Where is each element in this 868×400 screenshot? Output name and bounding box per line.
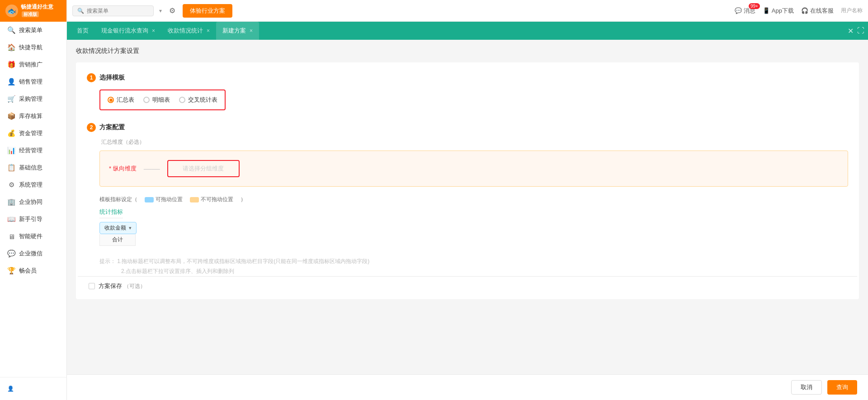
section1-header: 1 选择模板: [87, 73, 848, 82]
metrics-header: 模板指标设定（ 可拖动位置 不可拖动位置 ）: [99, 196, 848, 203]
metrics-close: ）: [241, 196, 246, 203]
section1-num: 1: [87, 73, 96, 82]
settings-card: 1 选择模板 汇总表 明细表 交叉统计表: [76, 62, 859, 299]
metrics-section: 模板指标设定（ 可拖动位置 不可拖动位置 ）: [99, 196, 848, 203]
topbar: 🔍 ▾ ⚙ 体验行业方案 💬 消息 99+ 📱 App下载 🎧 在线客服 用户名…: [67, 0, 868, 22]
topbar-right: 💬 消息 99+ 📱 App下载 🎧 在线客服 用户名称: [735, 7, 863, 15]
drag-indicator: [145, 197, 154, 202]
no-draggable-label: 不可拖动位置: [201, 196, 233, 203]
cancel-button[interactable]: 取消: [791, 380, 822, 395]
basic-icon: 📋: [7, 164, 15, 172]
maximize-window-icon[interactable]: ⛶: [857, 27, 864, 35]
trial-button[interactable]: 体验行业方案: [183, 4, 232, 18]
dimension-area: * 纵向维度 —— 请选择分组维度: [99, 151, 848, 187]
tab-collection-close[interactable]: ×: [207, 28, 210, 34]
tab-cashflow[interactable]: 现金银行流水查询 ×: [95, 22, 161, 40]
radio-cross[interactable]: 交叉统计表: [179, 96, 217, 104]
save-label: 方案保存 （可选）: [99, 282, 146, 290]
sidebar-item-label: 智能硬件: [19, 232, 42, 240]
sidebar-item-guide[interactable]: 📖 新手引导: [0, 211, 66, 228]
stats-section: 统计指标 收款金额 ▾ 合计: [99, 208, 848, 246]
no-draggable-badge: 不可拖动位置: [190, 196, 233, 203]
section2-header: 2 方案配置: [87, 123, 848, 132]
sidebar-item-enterprise[interactable]: 🏢 企业协同: [0, 193, 66, 211]
sidebar-item-basic[interactable]: 📋 基础信息: [0, 159, 66, 176]
member-icon: 🏆: [7, 267, 15, 275]
logo-label: 畅捷通好生意: [21, 4, 53, 10]
sidebar-item-inventory[interactable]: 📦 库存核算: [0, 108, 66, 125]
sidebar-item-wechat[interactable]: 💬 企业微信: [0, 245, 66, 262]
query-button[interactable]: 查询: [827, 380, 857, 395]
sidebar-item-label: 基础信息: [19, 164, 42, 172]
sidebar-item-sales[interactable]: 👤 销售管理: [0, 73, 66, 90]
sidebar-bottom-item1[interactable]: 👤: [0, 382, 66, 395]
stats-tag-collection[interactable]: 收款金额 ▾: [99, 222, 137, 234]
tab-newplan-close[interactable]: ×: [250, 28, 253, 34]
vertical-dim-label: * 纵向维度: [109, 165, 137, 173]
stats-tag-chevron-icon: ▾: [129, 225, 132, 231]
messages-btn[interactable]: 💬 消息 99+: [735, 7, 755, 15]
radio-cross-circle: [179, 97, 185, 103]
save-checkbox[interactable]: [89, 283, 95, 289]
sidebar-item-quicknav[interactable]: 🏠 快捷导航: [0, 39, 66, 56]
no-drag-indicator: [190, 197, 199, 202]
section2: 2 方案配置 汇总维度（必选） * 纵向维度 —— 请选择分组维度: [87, 123, 848, 276]
sidebar-item-search[interactable]: 🔍 搜索菜单: [0, 22, 66, 39]
tab-cashflow-close[interactable]: ×: [152, 28, 155, 34]
gear-icon[interactable]: ⚙: [169, 6, 175, 15]
finance-icon: 💰: [7, 129, 15, 137]
sidebar-item-label: 销售管理: [19, 78, 42, 86]
tips-section: 提示： 1.拖动标题栏可以调整布局，不可跨维度或指标区域拖动栏目字段(只能在同一…: [99, 257, 848, 276]
messages-badge: 99+: [749, 3, 760, 9]
sidebar-bottom: 👤: [0, 377, 66, 400]
service-label: 在线客服: [810, 7, 834, 15]
tabs-bar: 首页 现金银行流水查询 × 收款情况统计 × 新建方案 × ✕ ⛶: [67, 22, 868, 40]
bottom-icon1: 👤: [7, 386, 14, 392]
sidebar-item-finance[interactable]: 💰 资金管理: [0, 125, 66, 142]
quicknav-icon: 🏠: [7, 43, 15, 52]
sidebar-item-marketing[interactable]: 🎁 营销推广: [0, 56, 66, 73]
search-chevron-icon[interactable]: ▾: [159, 8, 162, 14]
download-icon: 📱: [763, 7, 770, 14]
service-btn[interactable]: 🎧 在线客服: [801, 7, 834, 15]
sidebar-item-label: 企业微信: [19, 249, 42, 258]
hardware-icon: 🖥: [7, 233, 15, 240]
search-input[interactable]: [87, 8, 141, 14]
section1-title: 选择模板: [99, 74, 125, 82]
dimension-row: * 纵向维度 —— 请选择分组维度: [109, 160, 240, 177]
sidebar-item-label: 企业协同: [19, 198, 42, 206]
dim-placeholder-text: 请选择分组维度: [183, 165, 224, 172]
sidebar-item-label: 营销推广: [19, 61, 42, 69]
bottom-save-section: 方案保存 （可选）: [78, 276, 857, 296]
user-btn[interactable]: 用户名称: [841, 7, 863, 14]
wechat-icon: 💬: [7, 249, 15, 258]
metrics-setting-label: 模板指标设定（: [99, 196, 137, 203]
message-icon: 💬: [735, 7, 742, 14]
tab-collection-label: 收款情况统计: [168, 27, 203, 35]
stats-total-label: 合计: [99, 234, 136, 246]
dim-placeholder-select[interactable]: 请选择分组维度: [167, 160, 240, 177]
sidebar-item-member[interactable]: 🏆 畅会员: [0, 262, 66, 279]
enterprise-icon: 🏢: [7, 198, 15, 206]
template-selection: 汇总表 明细表 交叉统计表: [99, 89, 226, 110]
sidebar-item-system[interactable]: ⚙ 系统管理: [0, 176, 66, 193]
sidebar-item-hardware[interactable]: 🖥 智能硬件: [0, 228, 66, 245]
stats-section-label: 统计指标: [99, 208, 123, 218]
sidebar-item-label: 系统管理: [19, 181, 42, 189]
service-icon: 🎧: [801, 7, 808, 14]
sidebar-item-management[interactable]: 📊 经营管理: [0, 142, 66, 159]
tab-collection[interactable]: 收款情况统计 ×: [161, 22, 216, 40]
tip1: 提示： 1.拖动标题栏可以调整布局，不可跨维度或指标区域拖动栏目字段(只能在同一…: [99, 257, 848, 267]
edition-badge: 标准版: [22, 11, 39, 17]
tab-home[interactable]: 首页: [71, 22, 95, 40]
radio-summary-circle: [108, 97, 114, 103]
radio-summary[interactable]: 汇总表: [108, 96, 134, 104]
logo-icon: 🐟: [5, 5, 18, 17]
radio-detail[interactable]: 明细表: [143, 96, 170, 104]
sidebar-item-purchase[interactable]: 🛒 采购管理: [0, 90, 66, 108]
download-btn[interactable]: 📱 App下载: [763, 7, 794, 15]
topbar-search-box[interactable]: 🔍: [72, 5, 154, 16]
tab-newplan[interactable]: 新建方案 ×: [216, 22, 259, 40]
close-window-icon[interactable]: ✕: [848, 27, 854, 35]
tip2: 2.点击标题栏下拉可设置排序、插入列和删除列: [99, 267, 848, 277]
